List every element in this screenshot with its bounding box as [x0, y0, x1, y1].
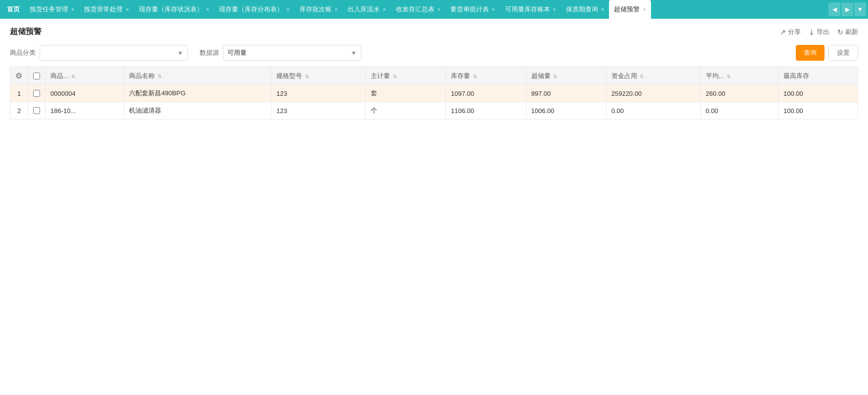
- row-stock-1: 1097.00: [446, 85, 526, 102]
- sort-stock-icon: ⇅: [473, 74, 477, 79]
- close-tab-1[interactable]: ×: [71, 6, 74, 12]
- row-checkbox-2[interactable]: [28, 102, 45, 119]
- row-stock-2: 1106.00: [446, 102, 526, 119]
- nav-home[interactable]: 首页: [2, 0, 25, 19]
- close-tab-5[interactable]: ×: [335, 6, 338, 12]
- export-button[interactable]: ⤓ 导出: [809, 28, 829, 37]
- close-tab-3[interactable]: ×: [206, 6, 209, 12]
- nav-more-button[interactable]: ▼: [854, 2, 866, 16]
- nav-tab-3[interactable]: 现存量（库存状况表） ×: [134, 0, 214, 19]
- row-avg-2: 0.00: [700, 102, 778, 119]
- row-unit-1: 套: [366, 85, 446, 102]
- filter-category: 商品分类 ▼: [10, 45, 188, 61]
- nav-tab-9[interactable]: 可用量库存账本 ×: [500, 0, 561, 19]
- col-header-code[interactable]: 商品... ⇅: [45, 67, 124, 85]
- row-select-1[interactable]: [33, 90, 40, 97]
- nav-prev-button[interactable]: ◀: [828, 2, 840, 16]
- datasource-select[interactable]: 可用量 ▼: [223, 45, 361, 61]
- close-tab-11[interactable]: ×: [643, 6, 646, 12]
- nav-tab-10[interactable]: 保质期查询 ×: [561, 0, 609, 19]
- nav-arrows: ◀ ▶ ▼: [828, 2, 866, 16]
- row-spec-1: 123: [271, 85, 366, 102]
- close-tab-8[interactable]: ×: [492, 6, 495, 12]
- nav-tab-11[interactable]: 超储预警 ×: [609, 0, 651, 19]
- datasource-label: 数据源: [200, 48, 219, 57]
- sort-capital-icon: ⇅: [640, 74, 644, 79]
- close-tab-6[interactable]: ×: [383, 6, 386, 12]
- row-maxstock-1: 100.00: [779, 85, 858, 102]
- col-header-stock[interactable]: 库存量 ⇅: [446, 67, 526, 85]
- table-row: 2 186-10... 机油滤清器 123 个 1106.00 1006.00 …: [10, 102, 858, 119]
- nav-tab-7[interactable]: 收发存汇总表 ×: [391, 0, 445, 19]
- col-header-name[interactable]: 商品名称 ⇅: [124, 67, 271, 85]
- close-tab-7[interactable]: ×: [437, 6, 440, 12]
- nav-tab-2[interactable]: 拣货异常处理 ×: [79, 0, 133, 19]
- row-checkbox-1[interactable]: [28, 85, 45, 102]
- close-tab-9[interactable]: ×: [553, 6, 556, 12]
- row-avg-1: 260.00: [700, 85, 778, 102]
- row-overstock-1: 997.00: [526, 85, 606, 102]
- sort-avg-icon: ⇅: [727, 74, 731, 79]
- query-button[interactable]: 查询: [796, 45, 825, 61]
- filter-actions: 查询 设置: [796, 45, 858, 61]
- table-header-row: ⚙ 商品... ⇅ 商品名称 ⇅ 规格型号 ⇅: [10, 67, 858, 85]
- col-header-avg[interactable]: 平均... ⇅: [700, 67, 778, 85]
- close-tab-10[interactable]: ×: [601, 6, 604, 12]
- header-actions: ↗ 分享 ⤓ 导出 ↻ 刷新: [780, 28, 858, 37]
- col-header-capital[interactable]: 资金占用 ⇅: [606, 67, 700, 85]
- nav-tab-6[interactable]: 出入库流水 ×: [343, 0, 391, 19]
- category-label: 商品分类: [10, 48, 36, 57]
- close-tab-4[interactable]: ×: [286, 6, 289, 12]
- sort-overstock-icon: ⇅: [553, 74, 557, 79]
- top-nav: 首页 拣货任务管理 × 拣货异常处理 × 现存量（库存状况表） × 现存量（库存…: [0, 0, 868, 19]
- nav-tab-4[interactable]: 现存量（库存分布表） ×: [214, 0, 294, 19]
- share-icon: ↗: [780, 28, 786, 36]
- col-header-maxstock[interactable]: 最高库存: [779, 67, 858, 85]
- row-num-1: 1: [10, 85, 28, 102]
- datasource-chevron-icon: ▼: [350, 49, 357, 57]
- row-capital-2: 0.00: [606, 102, 700, 119]
- row-name-1: 六配套新昌490BPG: [124, 85, 271, 102]
- settings-button[interactable]: 设置: [828, 45, 858, 61]
- table-row: 1 0000004 六配套新昌490BPG 123 套 1097.00 997.…: [10, 85, 858, 102]
- row-name-2: 机油滤清器: [124, 102, 271, 119]
- row-code-2: 186-10...: [45, 102, 124, 119]
- page-content: 超储预警 ↗ 分享 ⤓ 导出 ↻ 刷新 商品分类 ▼ 数据源: [0, 19, 868, 395]
- nav-next-button[interactable]: ▶: [841, 2, 853, 16]
- col-header-checkbox[interactable]: [28, 67, 45, 85]
- sort-spec-icon: ⇅: [305, 74, 309, 79]
- row-unit-2: 个: [366, 102, 446, 119]
- col-header-overstock[interactable]: 超储量 ⇅: [526, 67, 606, 85]
- col-header-unit[interactable]: 主计量 ⇅: [366, 67, 446, 85]
- sort-unit-icon: ⇅: [393, 74, 397, 79]
- sort-name-icon: ⇅: [158, 74, 162, 79]
- data-table: ⚙ 商品... ⇅ 商品名称 ⇅ 规格型号 ⇅: [10, 67, 858, 119]
- page-header: 超储预警 ↗ 分享 ⤓ 导出 ↻ 刷新: [10, 27, 858, 37]
- nav-tab-8[interactable]: 要货单统计表 ×: [445, 0, 500, 19]
- row-spec-2: 123: [271, 102, 366, 119]
- row-code-1: 0000004: [45, 85, 124, 102]
- category-chevron-icon: ▼: [177, 49, 183, 57]
- row-select-2[interactable]: [33, 107, 40, 114]
- close-tab-2[interactable]: ×: [126, 6, 129, 12]
- datasource-value: 可用量: [227, 48, 247, 57]
- refresh-button[interactable]: ↻ 刷新: [837, 28, 858, 37]
- filter-row: 商品分类 ▼ 数据源 可用量 ▼ 查询 设置: [10, 45, 858, 61]
- nav-tab-5[interactable]: 库存批次账 ×: [295, 0, 343, 19]
- refresh-icon: ↻: [837, 28, 843, 36]
- row-overstock-2: 1006.00: [526, 102, 606, 119]
- share-button[interactable]: ↗ 分享: [780, 28, 801, 37]
- nav-tab-1[interactable]: 拣货任务管理 ×: [25, 0, 79, 19]
- row-maxstock-2: 100.00: [779, 102, 858, 119]
- row-capital-1: 259220.00: [606, 85, 700, 102]
- page-title: 超储预警: [10, 27, 42, 37]
- sort-code-icon: ⇅: [71, 74, 75, 79]
- category-select[interactable]: ▼: [40, 45, 188, 61]
- export-icon: ⤓: [809, 28, 815, 36]
- row-num-2: 2: [10, 102, 28, 119]
- filter-datasource: 数据源 可用量 ▼: [200, 45, 361, 61]
- select-all-checkbox[interactable]: [33, 73, 40, 79]
- col-header-spec[interactable]: 规格型号 ⇅: [271, 67, 366, 85]
- gear-icon: ⚙: [15, 72, 22, 80]
- col-header-settings[interactable]: ⚙: [10, 67, 28, 85]
